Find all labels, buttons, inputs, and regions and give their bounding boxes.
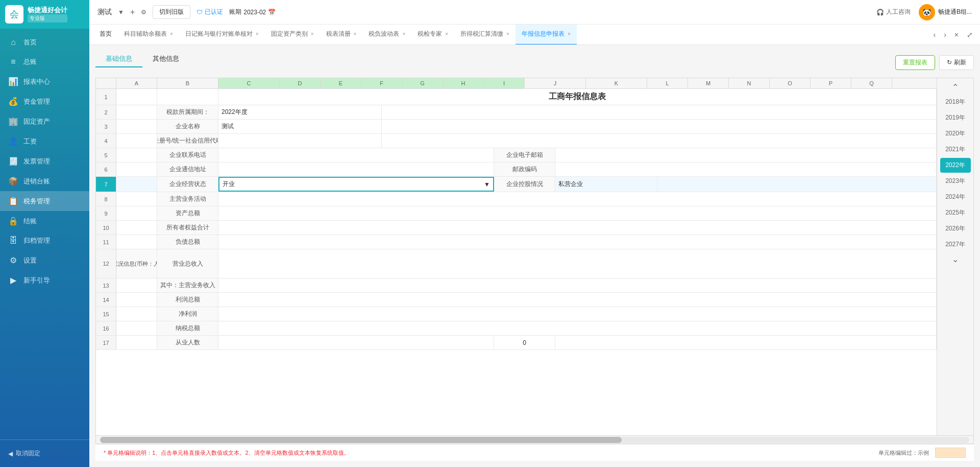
sidebar-item-reports[interactable]: 📊 报表中心 bbox=[0, 72, 89, 91]
sheet-scroll-area[interactable]: A B C D E F G H I J K L M bbox=[96, 78, 937, 435]
cell-1-title[interactable]: 工商年报信息表 bbox=[218, 89, 937, 105]
tab-income-tax[interactable]: 所得税汇算清缴 × bbox=[454, 25, 516, 45]
refresh-btn[interactable]: ↻ 刷新 bbox=[939, 55, 974, 70]
cell-1a[interactable] bbox=[116, 89, 157, 105]
cell-3b[interactable]: 企业名称 bbox=[157, 120, 218, 133]
cell-10c[interactable] bbox=[218, 221, 937, 235]
cell-14a[interactable] bbox=[116, 293, 157, 307]
tab-expand-btn[interactable]: ⤢ bbox=[964, 29, 976, 41]
cell-13b[interactable]: 其中：主营业务收入 bbox=[157, 278, 218, 292]
cell-5j[interactable]: 企业电子邮箱 bbox=[494, 148, 555, 162]
year-item-2025[interactable]: 2025年 bbox=[940, 205, 971, 220]
cell-17-rest[interactable] bbox=[555, 336, 937, 349]
tab-bank-reconcile[interactable]: 日记账与银行对账单核对 × bbox=[179, 25, 265, 45]
cell-8c[interactable] bbox=[218, 192, 937, 206]
sidebar-item-payroll[interactable]: 👤 工资 bbox=[0, 131, 89, 151]
topbar-gear-btn[interactable]: ⚙ bbox=[141, 9, 146, 16]
dropdown-arrow-icon[interactable]: ▼ bbox=[484, 181, 490, 188]
tab-tax-fluctuation-close[interactable]: × bbox=[402, 31, 405, 37]
tab-prev-btn[interactable]: ‹ bbox=[930, 29, 939, 41]
sidebar-item-tax[interactable]: 📋 税务管理 bbox=[0, 191, 89, 211]
tab-close-all-btn[interactable]: × bbox=[951, 29, 962, 41]
cell-10a[interactable] bbox=[116, 221, 157, 235]
sidebar-item-close[interactable]: 🔒 结账 bbox=[0, 211, 89, 231]
cell-8a[interactable] bbox=[116, 192, 157, 206]
year-item-2020[interactable]: 2020年 bbox=[940, 126, 971, 141]
topbar-add-btn[interactable]: + bbox=[130, 8, 135, 17]
sidebar-item-assets[interactable]: 🏢 固定资产 bbox=[0, 111, 89, 131]
cell-3a[interactable] bbox=[116, 120, 157, 133]
tab-tax-fluctuation[interactable]: 税负波动表 × bbox=[362, 25, 411, 45]
sidebar-item-invoice[interactable]: 🧾 发票管理 bbox=[0, 151, 89, 171]
cell-17j[interactable]: 0 bbox=[494, 336, 555, 349]
cell-9a[interactable] bbox=[116, 206, 157, 220]
cell-4c[interactable] bbox=[218, 134, 382, 148]
cell-5c[interactable] bbox=[218, 148, 494, 162]
cell-2c[interactable]: 2022年度 bbox=[218, 105, 382, 119]
year-up-btn[interactable]: ⌃ bbox=[950, 80, 961, 94]
cell-7j[interactable]: 企业控股情况 bbox=[494, 177, 555, 192]
sidebar-item-settings[interactable]: ⚙ 设置 bbox=[0, 250, 89, 270]
cell-1b[interactable] bbox=[157, 89, 218, 105]
cell-7k[interactable]: 私营企业 bbox=[555, 177, 657, 192]
cell-16a[interactable] bbox=[116, 321, 157, 335]
cell-3c[interactable]: 测试 bbox=[218, 120, 382, 133]
sub-tab-other[interactable]: 其他信息 bbox=[142, 51, 189, 67]
cell-5b[interactable]: 企业联系电话 bbox=[157, 148, 218, 162]
cell-17a[interactable] bbox=[116, 336, 157, 349]
year-item-2021[interactable]: 2021年 bbox=[940, 142, 971, 157]
cell-10b[interactable]: 所有者权益合计 bbox=[157, 221, 218, 235]
cell-15c[interactable] bbox=[218, 307, 937, 321]
year-item-2023[interactable]: 2023年 bbox=[940, 174, 971, 189]
tab-tax-expert[interactable]: 税检专家 × bbox=[411, 25, 454, 45]
year-item-2022[interactable]: 2022年 bbox=[940, 158, 971, 173]
cell-11b[interactable]: 负债总额 bbox=[157, 235, 218, 249]
sidebar-collapse-btn[interactable]: ◀ 取消固定 bbox=[0, 445, 89, 462]
cell-6b[interactable]: 企业通信地址 bbox=[157, 162, 218, 176]
year-item-2019[interactable]: 2019年 bbox=[940, 110, 971, 125]
tab-annual-report[interactable]: 年报信息申报表 × bbox=[516, 25, 577, 45]
cell-11a[interactable] bbox=[116, 235, 157, 249]
cell-6a[interactable] bbox=[116, 162, 157, 176]
tab-account-balance-close[interactable]: × bbox=[170, 31, 173, 37]
consult-btn[interactable]: 🎧 人工咨询 bbox=[876, 8, 911, 16]
user-profile[interactable]: 🐼 畅捷通B组... bbox=[919, 4, 972, 20]
tab-fixed-assets-close[interactable]: × bbox=[311, 31, 314, 37]
cell-4-rest[interactable] bbox=[382, 134, 937, 148]
reset-report-btn[interactable]: 重置报表 bbox=[895, 55, 935, 70]
tab-fixed-assets[interactable]: 固定资产类别 × bbox=[265, 25, 320, 45]
cell-13c[interactable] bbox=[218, 278, 937, 292]
cell-6-rest[interactable] bbox=[555, 162, 937, 176]
cell-2-rest[interactable] bbox=[382, 105, 937, 119]
sidebar-item-guide[interactable]: ▶ 新手引导 bbox=[0, 270, 89, 290]
sub-tab-basic[interactable]: 基础信息 bbox=[95, 51, 142, 67]
year-item-2026[interactable]: 2026年 bbox=[940, 221, 971, 236]
tab-income-tax-close[interactable]: × bbox=[506, 31, 509, 37]
tab-bank-reconcile-close[interactable]: × bbox=[256, 31, 259, 37]
cell-9c[interactable] bbox=[218, 206, 937, 220]
cell-3-rest[interactable] bbox=[382, 120, 937, 133]
dropdown-cell[interactable]: 开业 ▼ bbox=[223, 180, 490, 189]
sidebar-item-capital[interactable]: 💰 资金管理 bbox=[0, 91, 89, 111]
tab-home[interactable]: 首页 bbox=[93, 25, 118, 45]
cell-2a[interactable] bbox=[116, 105, 157, 119]
cell-2b[interactable]: 税款所属期间： bbox=[157, 105, 218, 119]
tab-next-btn[interactable]: › bbox=[941, 29, 949, 41]
cell-5-rest[interactable] bbox=[555, 148, 937, 162]
tab-tax-list-close[interactable]: × bbox=[354, 31, 357, 37]
cell-6j[interactable]: 邮政编码 bbox=[494, 162, 555, 176]
cell-16b[interactable]: 纳税总额 bbox=[157, 321, 218, 335]
old-version-btn[interactable]: 切到旧版 bbox=[153, 5, 190, 19]
year-down-btn[interactable]: ⌄ bbox=[950, 252, 961, 266]
cell-4a[interactable] bbox=[116, 134, 157, 148]
sidebar-item-ledger[interactable]: ≡ 总账 bbox=[0, 52, 89, 72]
tab-annual-report-close[interactable]: × bbox=[568, 31, 571, 37]
year-item-2018[interactable]: 2018年 bbox=[940, 95, 971, 109]
cell-7-rest[interactable] bbox=[657, 177, 937, 192]
cell-9b[interactable]: 资产总额 bbox=[157, 206, 218, 220]
cell-7b[interactable]: 企业经营状态 bbox=[157, 177, 218, 192]
topbar-dropdown-btn[interactable]: ▼ bbox=[118, 9, 124, 16]
cell-15a[interactable] bbox=[116, 307, 157, 321]
cell-15b[interactable]: 净利润 bbox=[157, 307, 218, 321]
tab-tax-list[interactable]: 税表清册 × bbox=[320, 25, 363, 45]
